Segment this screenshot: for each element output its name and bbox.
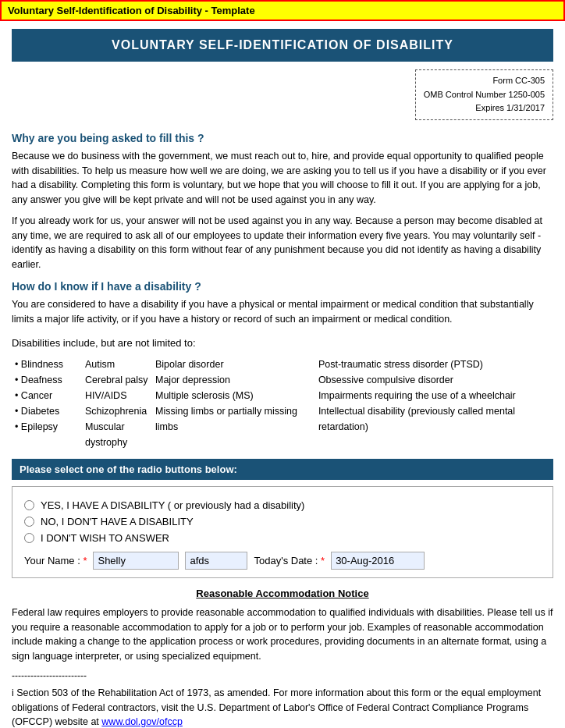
section1-para1: Because we do business with the governme…	[12, 149, 553, 208]
radio-section-header: Please select one of the radio buttons b…	[12, 459, 553, 480]
radio-notwish[interactable]	[24, 533, 34, 543]
disabilities-table: Blindness Deafness Cancer Diabetes Epile…	[12, 356, 553, 451]
disability-item: Schizophrenia	[85, 403, 149, 419]
notice-para2: i Section 503 of the Rehabilitation Act …	[12, 686, 553, 728]
name-label: Your Name : *	[24, 555, 87, 566]
disability-item: Multiple sclerosis (MS)	[155, 388, 312, 403]
disability-item: Missing limbs or partially missing limbs	[155, 403, 312, 435]
notice-section: Reasonable Accommodation Notice Federal …	[12, 588, 553, 728]
section1-heading: Why are you being asked to fill this ?	[12, 132, 553, 144]
disabilities-header: Disabilities include, but are not limite…	[12, 336, 553, 351]
radio-no[interactable]	[24, 517, 34, 527]
notice-title: Reasonable Accommodation Notice	[12, 588, 553, 599]
form-number: Form CC-305	[424, 74, 545, 88]
radio-option-no[interactable]: NO, I DON'T HAVE A DISABILITY	[24, 516, 541, 527]
disability-item: Deafness	[15, 372, 79, 388]
disability-item: Blindness	[15, 357, 79, 372]
disability-item: Autism	[85, 357, 149, 372]
section2-para1: You are considered to have a disability …	[12, 297, 553, 327]
radio-yes[interactable]	[24, 500, 34, 510]
date-label: Today's Date : *	[254, 555, 325, 566]
disability-item: Post-traumatic stress disorder (PTSD)	[318, 357, 550, 372]
radio-no-label: NO, I DON'T HAVE A DISABILITY	[41, 516, 194, 527]
radio-option-notwish[interactable]: I DON'T WISH TO ANSWER	[24, 532, 541, 544]
disability-item: dystrophy	[85, 435, 149, 450]
title-bar: Voluntary Self-Identification of Disabil…	[0, 0, 565, 21]
disability-item: Bipolar disorder	[155, 357, 312, 372]
date-input[interactable]	[331, 552, 425, 570]
disabilities-col3: Bipolar disorder Major depression Multip…	[152, 356, 315, 451]
name-required: *	[83, 555, 87, 566]
title-bar-label: Voluntary Self-Identification of Disabil…	[8, 5, 255, 16]
disabilities-col2: Autism Cerebral palsy HIV/AIDS Schizophr…	[82, 356, 152, 451]
disabilities-col1: Blindness Deafness Cancer Diabetes Epile…	[12, 356, 82, 451]
disability-item: HIV/AIDS	[85, 388, 149, 403]
form-info-box: Form CC-305 OMB Control Number 1250-005 …	[415, 69, 553, 120]
ofccp-link[interactable]: www.dol.gov/ofccp	[101, 716, 183, 727]
omb-control: OMB Control Number 1250-005	[424, 88, 545, 102]
disability-item: Major depression	[155, 372, 312, 388]
disability-item: Cerebral palsy	[85, 372, 149, 388]
notice-para1: Federal law requires employers to provid…	[12, 605, 553, 664]
main-header-title: VOLUNTARY SELF-IDENTIFICATION OF DISABIL…	[112, 38, 453, 51]
radio-yes-label: YES, I HAVE A DISABILITY ( or previously…	[41, 499, 304, 511]
section2-heading: How do I know if I have a disability ?	[12, 280, 553, 293]
disability-item: Diabetes	[15, 403, 79, 419]
disability-item: Muscular	[85, 419, 149, 435]
radio-section: YES, I HAVE A DISABILITY ( or previously…	[12, 486, 553, 578]
radio-option-yes[interactable]: YES, I HAVE A DISABILITY ( or previously…	[24, 499, 541, 511]
disability-item: Cancer	[15, 388, 79, 403]
radio-notwish-label: I DON'T WISH TO ANSWER	[41, 532, 169, 544]
section1-para2: If you already work for us, your answer …	[12, 214, 553, 272]
disability-item: Obsessive compulsive disorder	[318, 372, 550, 388]
name-input[interactable]	[93, 552, 179, 570]
disability-item: Impairments requiring the use of a wheel…	[318, 388, 550, 403]
date-required: *	[321, 555, 325, 566]
expires: Expires 1/31/2017	[424, 101, 545, 115]
disability-item: Epilepsy	[15, 419, 79, 435]
name-row: Your Name : * Today's Date : *	[24, 552, 541, 570]
middle-input[interactable]	[185, 552, 247, 570]
notice-divider: ------------------------	[12, 670, 553, 681]
disability-item: Intellectual disability (previously call…	[318, 403, 550, 435]
main-header: VOLUNTARY SELF-IDENTIFICATION OF DISABIL…	[12, 29, 553, 62]
disabilities-col4: Post-traumatic stress disorder (PTSD) Ob…	[315, 356, 553, 451]
